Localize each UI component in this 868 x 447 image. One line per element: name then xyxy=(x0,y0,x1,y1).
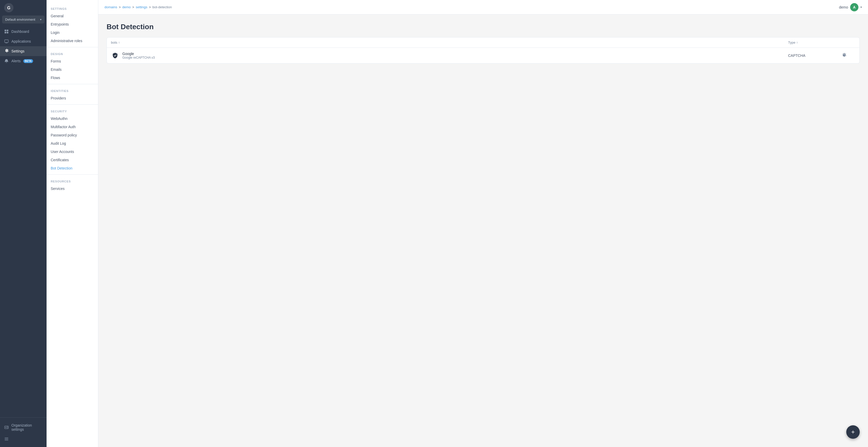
gear-icon xyxy=(841,53,846,58)
sidebar-item-org-settings[interactable]: Organization settings xyxy=(0,421,46,434)
breadcrumb-domains[interactable]: domains xyxy=(104,5,117,9)
settings-item-certificates[interactable]: Certificates xyxy=(46,156,98,164)
settings-item-emails[interactable]: Emails xyxy=(46,65,98,74)
sidebar-item-label: Organization settings xyxy=(11,423,42,432)
settings-icon xyxy=(4,49,9,54)
sidebar-item-settings[interactable]: Settings xyxy=(0,46,46,56)
svg-text:G: G xyxy=(7,6,10,10)
settings-item-providers[interactable]: Providers xyxy=(46,94,98,102)
settings-item-mfa[interactable]: Multifactor Auth xyxy=(46,123,98,131)
divider-2 xyxy=(46,84,98,84)
settings-item-webauthn[interactable]: WebAuthn xyxy=(46,114,98,123)
avatar: A xyxy=(850,3,859,11)
section-label-security: SECURITY xyxy=(46,107,98,114)
page-title: Bot Detection xyxy=(106,23,860,31)
breadcrumb-settings[interactable]: settings xyxy=(136,5,148,9)
svg-rect-7 xyxy=(5,426,8,429)
svg-point-8 xyxy=(5,427,6,428)
environment-selector[interactable]: Default environment ▾ xyxy=(2,15,44,24)
section-label-design: DESIGN xyxy=(46,49,98,57)
settings-item-services[interactable]: Services xyxy=(46,184,98,193)
breadcrumb-demo[interactable]: demo xyxy=(122,5,131,9)
topbar: domains > demo > settings > bot-detectio… xyxy=(98,0,868,14)
bot-settings-button[interactable] xyxy=(840,51,848,60)
bot-shield-icon xyxy=(111,51,119,60)
settings-item-audit-log[interactable]: Audit Log xyxy=(46,139,98,147)
col-header-actions xyxy=(840,41,855,44)
breadcrumb-sep2: > xyxy=(132,5,134,9)
add-button[interactable]: + xyxy=(846,425,860,439)
table-row: Google Google reCAPTCHA v3 CAPTCHA xyxy=(107,48,860,63)
bot-description: Google reCAPTCHA v3 xyxy=(122,56,155,60)
sidebar-item-label: Alerts xyxy=(11,59,21,63)
sidebar-item-label: Settings xyxy=(11,49,25,53)
divider-4 xyxy=(46,174,98,175)
bot-type-cell: CAPTCHA xyxy=(788,54,840,58)
svg-rect-2 xyxy=(5,30,6,31)
svg-rect-5 xyxy=(7,32,8,33)
breadcrumb-sep3: > xyxy=(149,5,151,9)
bot-detection-table: bots ↑ Type ↑ Google xyxy=(106,37,860,64)
content-area: Bot Detection bots ↑ Type ↑ xyxy=(98,14,868,447)
sidebar-item-label: Applications xyxy=(11,39,31,43)
svg-rect-6 xyxy=(5,40,8,43)
col-header-bots[interactable]: bots ↑ xyxy=(111,41,788,44)
bot-details: Google Google reCAPTCHA v3 xyxy=(122,52,155,60)
sidebar-item-dashboard[interactable]: Dashboard xyxy=(0,27,46,36)
bot-name: Google xyxy=(122,52,155,56)
chevron-down-icon: ▾ xyxy=(40,18,41,21)
collapse-icon xyxy=(4,437,9,441)
settings-item-general[interactable]: General xyxy=(46,12,98,20)
environment-label: Default environment xyxy=(5,18,35,22)
alerts-icon xyxy=(4,59,9,63)
svg-rect-4 xyxy=(5,32,6,33)
main-nav: Dashboard Applications Settings Alerts B… xyxy=(0,27,46,417)
settings-item-user-accounts[interactable]: User Accounts xyxy=(46,147,98,156)
sidebar-item-applications[interactable]: Applications xyxy=(0,36,46,46)
breadcrumb-sep1: > xyxy=(119,5,121,9)
section-label-identities: IDENTITIES xyxy=(46,86,98,94)
username-label: demo xyxy=(839,5,848,9)
dashboard-icon xyxy=(4,29,9,34)
settings-item-flows[interactable]: Flows xyxy=(46,74,98,82)
settings-item-login[interactable]: Login xyxy=(46,28,98,37)
settings-item-password-policy[interactable]: Password policy xyxy=(46,131,98,139)
breadcrumb: domains > demo > settings > bot-detectio… xyxy=(104,5,172,9)
settings-item-forms[interactable]: Forms xyxy=(46,57,98,65)
divider-3 xyxy=(46,104,98,105)
org-settings-icon xyxy=(4,425,9,430)
applications-icon xyxy=(4,39,9,44)
sidebar-item-alerts[interactable]: Alerts BETA xyxy=(0,56,46,66)
section-label-settings: SETTINGS xyxy=(46,4,98,12)
bot-actions-cell xyxy=(840,51,855,60)
beta-badge: BETA xyxy=(23,59,33,63)
sidebar-item-label: Dashboard xyxy=(11,30,29,34)
settings-item-entrypoints[interactable]: Entrypoints xyxy=(46,20,98,28)
app-logo: G xyxy=(0,0,46,15)
user-menu[interactable]: demo A ▾ xyxy=(839,3,862,11)
settings-sidebar: SETTINGS General Entrypoints Login Admin… xyxy=(46,0,98,447)
col-header-type[interactable]: Type ↑ xyxy=(788,41,840,44)
sidebar-bottom: Organization settings xyxy=(0,417,46,447)
svg-rect-3 xyxy=(7,30,8,31)
breadcrumb-current: bot-detection xyxy=(152,5,172,9)
main-content: domains > demo > settings > bot-detectio… xyxy=(98,0,868,447)
section-label-resources: RESOURCES xyxy=(46,177,98,184)
user-menu-chevron-icon: ▾ xyxy=(861,6,862,8)
table-header: bots ↑ Type ↑ xyxy=(107,37,860,48)
settings-item-bot-detection[interactable]: Bot Detection xyxy=(46,164,98,172)
settings-item-admin-roles[interactable]: Administrative roles xyxy=(46,37,98,45)
sidebar-item-collapse[interactable] xyxy=(0,434,46,444)
sidebar: G Default environment ▾ Dashboard Applic… xyxy=(0,0,46,447)
bot-info-cell: Google Google reCAPTCHA v3 xyxy=(111,51,788,60)
